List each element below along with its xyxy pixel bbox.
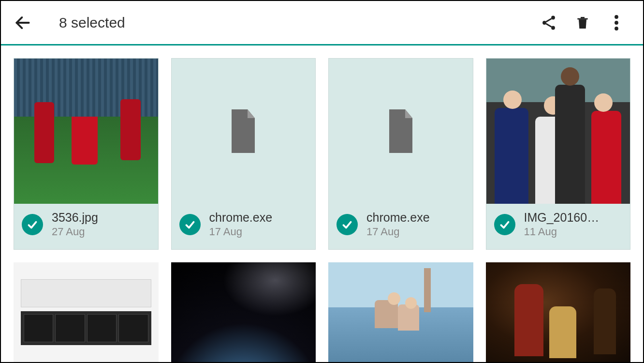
file-thumbnail <box>14 59 158 204</box>
file-thumbnail <box>171 262 316 362</box>
file-info: IMG_20160… 11 Aug <box>486 204 630 245</box>
file-date: 17 Aug <box>209 226 273 238</box>
file-card[interactable] <box>328 262 473 362</box>
file-thumbnail <box>486 262 631 362</box>
selected-check-icon <box>179 214 201 235</box>
svg-point-1 <box>551 15 555 19</box>
selected-check-icon <box>337 214 358 235</box>
file-date: 27 Aug <box>52 226 98 238</box>
file-info: chrome.exe 17 Aug <box>172 204 316 245</box>
more-options-button[interactable] <box>600 6 633 40</box>
file-card[interactable] <box>14 262 159 362</box>
delete-button[interactable] <box>566 6 600 40</box>
file-thumbnail <box>486 59 630 204</box>
file-grid: 3536.jpg 27 Aug chrome.exe 17 Aug <box>1 45 643 363</box>
file-thumbnail <box>328 262 473 362</box>
selection-toolbar: 8 selected <box>1 1 643 45</box>
file-info: 3536.jpg 27 Aug <box>14 204 158 245</box>
file-card[interactable]: IMG_20160… 11 Aug <box>486 58 631 250</box>
file-card[interactable]: chrome.exe 17 Aug <box>171 58 316 250</box>
file-card[interactable]: 3536.jpg 27 Aug <box>14 58 159 250</box>
file-thumbnail <box>172 59 316 204</box>
share-icon <box>540 14 557 31</box>
file-card[interactable] <box>171 262 316 362</box>
svg-point-4 <box>615 15 618 19</box>
file-card[interactable] <box>486 262 631 362</box>
file-card[interactable]: chrome.exe 17 Aug <box>328 58 473 250</box>
selected-check-icon <box>494 214 515 235</box>
file-info: chrome.exe 17 Aug <box>329 204 473 245</box>
file-name: chrome.exe <box>366 211 430 225</box>
arrow-back-icon <box>14 14 32 32</box>
document-icon <box>383 109 418 153</box>
selected-check-icon <box>22 214 43 235</box>
file-name: IMG_20160… <box>524 211 600 225</box>
selection-count-title: 8 selected <box>59 15 532 31</box>
svg-point-5 <box>615 21 618 25</box>
trash-icon <box>575 14 590 31</box>
file-date: 17 Aug <box>366 226 430 238</box>
file-thumbnail <box>14 262 159 362</box>
file-date: 11 Aug <box>524 226 600 238</box>
share-button[interactable] <box>532 6 566 40</box>
svg-point-2 <box>542 21 546 25</box>
file-name: 3536.jpg <box>52 211 98 225</box>
back-button[interactable] <box>11 11 35 35</box>
more-vert-icon <box>614 14 619 31</box>
svg-point-6 <box>615 27 618 30</box>
document-icon <box>226 109 261 153</box>
file-name: chrome.exe <box>209 211 273 225</box>
svg-point-3 <box>551 26 555 30</box>
file-thumbnail <box>329 59 473 204</box>
